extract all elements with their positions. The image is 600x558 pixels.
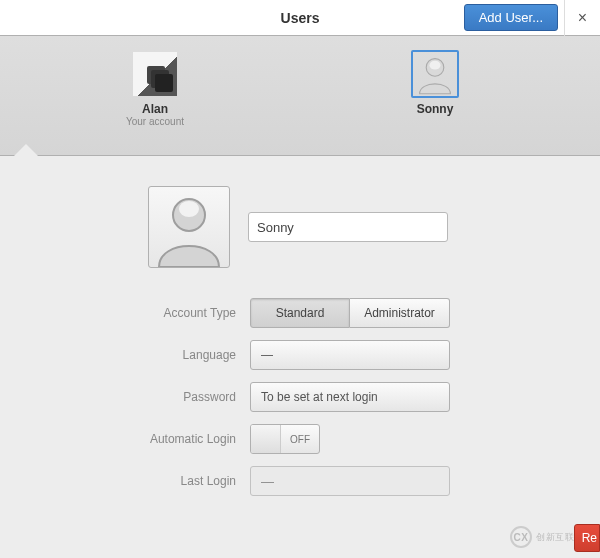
avatar-name-row: [148, 186, 580, 268]
automatic-login-switch[interactable]: OFF: [250, 424, 320, 454]
svg-point-3: [179, 201, 199, 217]
language-selector[interactable]: —: [250, 340, 450, 370]
label-last-login: Last Login: [20, 474, 250, 488]
account-type-standard[interactable]: Standard: [250, 298, 350, 328]
user-name-label: Sonny: [390, 102, 480, 116]
titlebar: Users Add User... ×: [0, 0, 600, 36]
remove-user-button[interactable]: Re: [574, 524, 600, 552]
account-type-administrator[interactable]: Administrator: [350, 298, 450, 328]
header-actions: Add User... ×: [464, 0, 600, 35]
person-icon: [413, 52, 457, 96]
label-account-type: Account Type: [20, 306, 250, 320]
user-name-label: Alan: [110, 102, 200, 116]
user-tile-sonny[interactable]: Sonny: [390, 50, 480, 116]
user-tile-alan[interactable]: Alan Your account: [110, 50, 200, 127]
label-language: Language: [20, 348, 250, 362]
account-type-toggle: Standard Administrator: [250, 298, 450, 328]
carousel-pointer: [14, 144, 38, 156]
password-field[interactable]: To be set at next login: [250, 382, 450, 412]
user-subtitle: Your account: [110, 116, 200, 127]
avatar-picker[interactable]: [148, 186, 230, 268]
add-user-button[interactable]: Add User...: [464, 4, 558, 31]
switch-state-label: OFF: [281, 425, 319, 453]
person-icon: [149, 187, 229, 267]
calculator-photo-icon: [133, 52, 177, 96]
avatar-alan: [131, 50, 179, 98]
close-button[interactable]: ×: [564, 0, 600, 36]
watermark-logo-icon: CX: [510, 526, 532, 548]
window-title: Users: [281, 10, 320, 26]
user-carousel: Alan Your account Sonny: [0, 36, 600, 156]
watermark-text: 创新互联: [536, 531, 574, 544]
switch-knob: [251, 425, 281, 453]
label-automatic-login: Automatic Login: [20, 432, 250, 446]
label-password: Password: [20, 390, 250, 404]
full-name-input[interactable]: [248, 212, 448, 242]
avatar-sonny: [411, 50, 459, 98]
watermark: CX 创新互联: [510, 526, 574, 548]
user-details-panel: Account Type Standard Administrator Lang…: [0, 156, 600, 496]
svg-point-1: [430, 61, 441, 70]
last-login-value: —: [250, 466, 450, 496]
